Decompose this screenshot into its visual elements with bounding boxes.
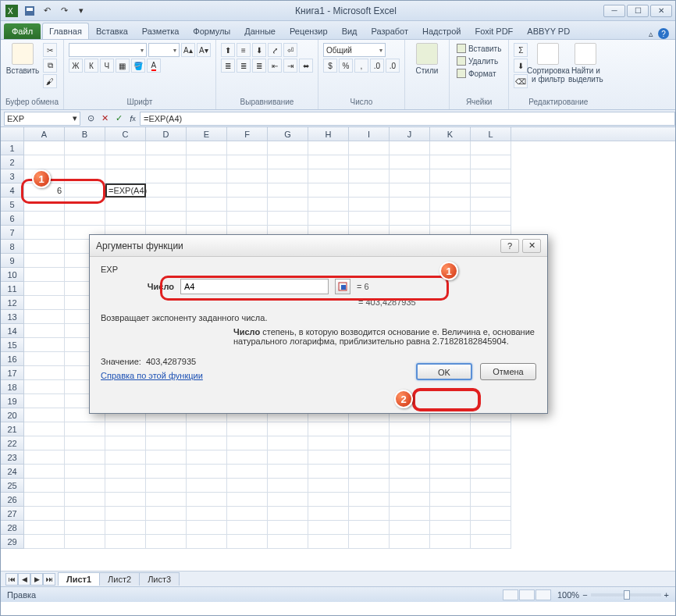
cell-I5[interactable] bbox=[349, 198, 390, 212]
normal-view-button[interactable] bbox=[503, 589, 518, 600]
ribbon-tab-9[interactable]: Foxit PDF bbox=[468, 23, 520, 39]
cell-L27[interactable] bbox=[471, 507, 511, 521]
cell-J6[interactable] bbox=[390, 212, 430, 226]
cell-L26[interactable] bbox=[471, 493, 511, 507]
ribbon-tab-0[interactable]: Главная bbox=[42, 23, 89, 39]
align-right-button[interactable]: ≣ bbox=[252, 59, 266, 73]
column-header-K[interactable]: K bbox=[430, 127, 471, 141]
file-tab[interactable]: Файл bbox=[4, 23, 41, 39]
cell-J21[interactable] bbox=[390, 422, 430, 436]
number-format-combo[interactable]: Общий▾ bbox=[323, 43, 386, 57]
format-cells-button[interactable]: Формат bbox=[454, 68, 499, 79]
cell-B29[interactable] bbox=[65, 535, 105, 549]
cell-D6[interactable] bbox=[146, 212, 187, 226]
zoom-out-button[interactable]: − bbox=[582, 590, 587, 600]
cell-K23[interactable] bbox=[430, 450, 471, 465]
cell-B24[interactable] bbox=[65, 465, 105, 479]
cell-J29[interactable] bbox=[390, 535, 430, 549]
cell-D24[interactable] bbox=[146, 465, 187, 479]
ok-button[interactable]: OK bbox=[416, 363, 472, 380]
cell-L2[interactable] bbox=[471, 155, 511, 169]
save-button[interactable] bbox=[23, 4, 37, 18]
row-header-8[interactable]: 8 bbox=[1, 240, 24, 254]
cell-E3[interactable] bbox=[187, 169, 227, 183]
column-header-J[interactable]: J bbox=[390, 127, 430, 141]
italic-button[interactable]: К bbox=[84, 59, 98, 73]
cell-E25[interactable] bbox=[187, 479, 227, 493]
delete-cells-button[interactable]: Удалить bbox=[454, 55, 500, 66]
cell-A2[interactable] bbox=[24, 155, 65, 169]
ribbon-tab-3[interactable]: Формулы bbox=[186, 23, 237, 39]
cell-A12[interactable] bbox=[24, 296, 65, 310]
cell-C5[interactable] bbox=[105, 198, 146, 212]
cell-J1[interactable] bbox=[390, 141, 430, 155]
ribbon-minimize-icon[interactable]: ▵ bbox=[649, 29, 653, 39]
column-header-C[interactable]: C bbox=[105, 127, 146, 141]
cell-B23[interactable] bbox=[65, 450, 105, 465]
column-header-A[interactable]: A bbox=[24, 127, 65, 141]
cell-E2[interactable] bbox=[187, 155, 227, 169]
cell-E1[interactable] bbox=[187, 141, 227, 155]
cell-D28[interactable] bbox=[146, 521, 187, 535]
cell-J2[interactable] bbox=[390, 155, 430, 169]
cell-D23[interactable] bbox=[146, 450, 187, 465]
cell-D25[interactable] bbox=[146, 479, 187, 493]
cell-G28[interactable] bbox=[268, 521, 308, 535]
cell-F22[interactable] bbox=[227, 436, 268, 450]
cell-A27[interactable] bbox=[24, 507, 65, 521]
cell-G24[interactable] bbox=[268, 465, 308, 479]
cell-L6[interactable] bbox=[471, 212, 511, 226]
cell-E21[interactable] bbox=[187, 422, 227, 436]
bold-button[interactable]: Ж bbox=[69, 59, 83, 73]
cell-E26[interactable] bbox=[187, 493, 227, 507]
maximize-button[interactable]: ☐ bbox=[627, 5, 649, 17]
column-header-I[interactable]: I bbox=[349, 127, 390, 141]
sheet-nav-prev[interactable]: ◀ bbox=[18, 573, 30, 586]
cell-C28[interactable] bbox=[105, 521, 146, 535]
underline-button[interactable]: Ч bbox=[100, 59, 114, 73]
cell-B1[interactable] bbox=[65, 141, 105, 155]
cell-L28[interactable] bbox=[471, 521, 511, 535]
cancel-formula-button[interactable]: ✕ bbox=[98, 112, 112, 126]
cell-H24[interactable] bbox=[308, 465, 349, 479]
row-header-14[interactable]: 14 bbox=[1, 324, 24, 338]
cell-I2[interactable] bbox=[349, 155, 390, 169]
row-header-10[interactable]: 10 bbox=[1, 268, 24, 282]
cell-J24[interactable] bbox=[390, 465, 430, 479]
cell-I22[interactable] bbox=[349, 436, 390, 450]
minimize-button[interactable]: ─ bbox=[603, 5, 625, 17]
cell-H26[interactable] bbox=[308, 493, 349, 507]
row-header-12[interactable]: 12 bbox=[1, 296, 24, 310]
row-header-9[interactable]: 9 bbox=[1, 254, 24, 268]
cell-A6[interactable] bbox=[24, 212, 65, 226]
cell-B27[interactable] bbox=[65, 507, 105, 521]
cell-B4[interactable] bbox=[65, 183, 105, 198]
cell-H3[interactable] bbox=[308, 169, 349, 183]
cell-F5[interactable] bbox=[227, 198, 268, 212]
cell-G6[interactable] bbox=[268, 212, 308, 226]
cell-K6[interactable] bbox=[430, 212, 471, 226]
range-selector-button[interactable] bbox=[335, 279, 350, 294]
cell-L21[interactable] bbox=[471, 422, 511, 436]
cell-K21[interactable] bbox=[430, 422, 471, 436]
cell-G4[interactable] bbox=[268, 183, 308, 198]
font-color-button[interactable]: A bbox=[147, 59, 161, 73]
cell-K26[interactable] bbox=[430, 493, 471, 507]
cell-L25[interactable] bbox=[471, 479, 511, 493]
cell-B3[interactable] bbox=[65, 169, 105, 183]
copy-button[interactable]: ⧉ bbox=[43, 59, 57, 73]
cell-A10[interactable] bbox=[24, 268, 65, 282]
cell-I27[interactable] bbox=[349, 507, 390, 521]
cell-F25[interactable] bbox=[227, 479, 268, 493]
styles-button[interactable]: Стили bbox=[410, 43, 444, 75]
cell-A20[interactable] bbox=[24, 408, 65, 422]
cell-A15[interactable] bbox=[24, 338, 65, 352]
clear-button[interactable]: ⌫ bbox=[514, 74, 528, 88]
row-header-20[interactable]: 20 bbox=[1, 408, 24, 422]
cell-D3[interactable] bbox=[146, 169, 187, 183]
cell-F3[interactable] bbox=[227, 169, 268, 183]
cell-A13[interactable] bbox=[24, 310, 65, 324]
cell-I26[interactable] bbox=[349, 493, 390, 507]
cell-F29[interactable] bbox=[227, 535, 268, 549]
cell-E23[interactable] bbox=[187, 450, 227, 465]
